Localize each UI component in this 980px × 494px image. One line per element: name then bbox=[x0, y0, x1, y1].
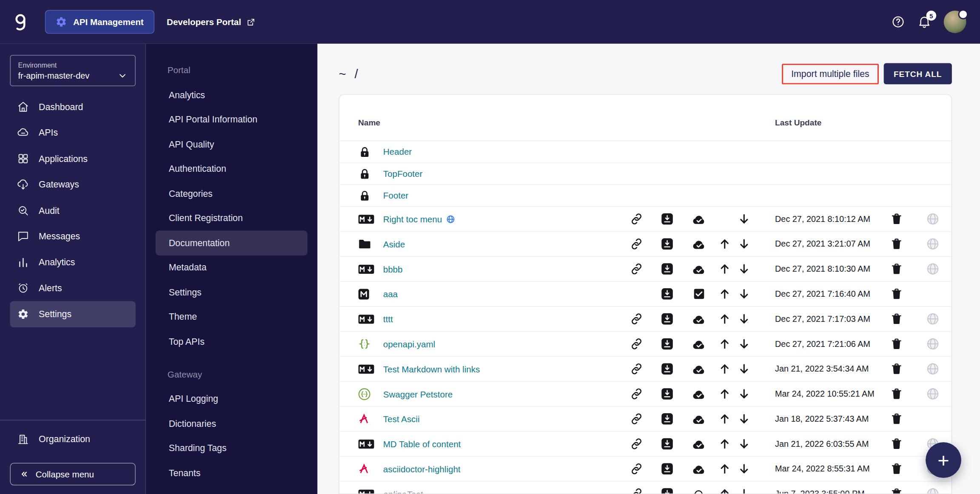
publish-status-button[interactable] bbox=[692, 488, 706, 494]
menu-item-tenants[interactable]: Tenants bbox=[156, 460, 308, 485]
import-multiple-files-button[interactable]: Import multiple files bbox=[782, 63, 879, 84]
delete-button[interactable] bbox=[891, 463, 902, 475]
move-down-button[interactable] bbox=[738, 463, 750, 475]
help-button[interactable] bbox=[891, 15, 905, 28]
page-name-link[interactable]: bbbb bbox=[383, 264, 403, 274]
sidebar-item-audit[interactable]: Audit bbox=[10, 197, 136, 223]
fetch-all-button[interactable]: FETCH ALL bbox=[884, 63, 952, 84]
move-up-button[interactable] bbox=[718, 313, 730, 325]
collapse-menu-button[interactable]: Collapse menu bbox=[10, 463, 136, 485]
move-up-button[interactable] bbox=[718, 338, 730, 350]
page-name-link[interactable]: Test Markdown with links bbox=[383, 364, 480, 374]
api-management-switcher[interactable]: API Management bbox=[45, 10, 154, 34]
save-page-button[interactable] bbox=[661, 213, 673, 225]
menu-item-dictionaries[interactable]: Dictionaries bbox=[156, 411, 308, 436]
menu-item-client-registration[interactable]: Client Registration bbox=[156, 206, 308, 230]
save-page-button[interactable] bbox=[661, 263, 673, 275]
sidebar-item-dashboard[interactable]: Dashboard bbox=[10, 94, 136, 119]
page-name-link[interactable]: MD Table of content bbox=[383, 439, 461, 449]
breadcrumb[interactable]: ~ / bbox=[339, 66, 360, 81]
visibility-globe-button[interactable] bbox=[926, 262, 939, 275]
delete-button[interactable] bbox=[891, 238, 902, 250]
delete-button[interactable] bbox=[891, 363, 902, 375]
move-down-button[interactable] bbox=[738, 488, 750, 494]
delete-button[interactable] bbox=[891, 413, 902, 425]
delete-button[interactable] bbox=[891, 438, 902, 450]
gravitee-logo-icon[interactable] bbox=[14, 13, 28, 31]
publish-status-button[interactable] bbox=[692, 363, 706, 374]
move-up-button[interactable] bbox=[718, 463, 730, 475]
page-link-button[interactable] bbox=[630, 487, 643, 494]
move-down-button[interactable] bbox=[738, 288, 750, 300]
page-name-link[interactable]: Footer bbox=[383, 190, 408, 201]
publish-status-button[interactable] bbox=[693, 289, 704, 299]
page-link-button[interactable] bbox=[630, 237, 643, 250]
menu-item-api-quality[interactable]: API Quality bbox=[156, 132, 308, 156]
page-name-link[interactable]: aaa bbox=[383, 289, 398, 299]
developers-portal-link[interactable]: Developers Portal bbox=[167, 17, 256, 27]
sidebar-item-analytics[interactable]: Analytics bbox=[10, 249, 136, 275]
menu-item-sharding-tags[interactable]: Sharding Tags bbox=[156, 436, 308, 460]
sidebar-item-applications[interactable]: Applications bbox=[10, 145, 136, 171]
move-down-button[interactable] bbox=[738, 238, 750, 250]
delete-button[interactable] bbox=[891, 488, 902, 494]
visibility-globe-button[interactable] bbox=[926, 237, 939, 250]
publish-status-button[interactable] bbox=[692, 238, 706, 250]
move-up-button[interactable] bbox=[718, 413, 730, 425]
save-page-button[interactable] bbox=[661, 388, 673, 400]
menu-item-theme[interactable]: Theme bbox=[156, 304, 308, 329]
delete-button[interactable] bbox=[891, 338, 902, 350]
delete-button[interactable] bbox=[891, 388, 902, 400]
move-up-button[interactable] bbox=[718, 488, 730, 494]
delete-button[interactable] bbox=[891, 213, 902, 225]
save-page-button[interactable] bbox=[661, 288, 673, 300]
page-link-button[interactable] bbox=[630, 437, 643, 451]
environment-selector[interactable]: Environment fr-apim-master-dev bbox=[10, 55, 136, 86]
save-page-button[interactable] bbox=[661, 438, 673, 450]
page-name-link[interactable]: Header bbox=[383, 147, 412, 157]
visibility-globe-button[interactable] bbox=[926, 387, 939, 400]
page-link-button[interactable] bbox=[630, 362, 643, 375]
sidebar-item-alerts[interactable]: Alerts bbox=[10, 275, 136, 301]
page-name-link[interactable]: tttt bbox=[383, 314, 393, 324]
menu-item-api-logging[interactable]: API Logging bbox=[156, 386, 308, 411]
page-name-link[interactable]: asciidoctor-highlight bbox=[383, 464, 461, 474]
publish-status-button[interactable] bbox=[692, 388, 706, 399]
menu-item-settings[interactable]: Settings bbox=[156, 280, 308, 304]
visibility-globe-button[interactable] bbox=[926, 362, 939, 375]
page-link-button[interactable] bbox=[630, 337, 643, 350]
delete-button[interactable] bbox=[891, 263, 902, 275]
menu-item-authentication[interactable]: Authentication bbox=[156, 156, 308, 181]
page-name-link[interactable]: openapi.yaml bbox=[383, 339, 435, 349]
sidebar-item-gateways[interactable]: Gateways bbox=[10, 171, 136, 197]
publish-status-button[interactable] bbox=[692, 263, 706, 274]
move-up-button[interactable] bbox=[718, 363, 730, 375]
publish-status-button[interactable] bbox=[692, 338, 706, 349]
page-link-button[interactable] bbox=[630, 387, 643, 400]
menu-item-metadata[interactable]: Metadata bbox=[156, 255, 308, 280]
sidebar-item-messages[interactable]: Messages bbox=[10, 223, 136, 249]
page-link-button[interactable] bbox=[630, 262, 643, 275]
publish-status-button[interactable] bbox=[692, 213, 706, 224]
visibility-globe-button[interactable] bbox=[926, 312, 939, 326]
move-up-button[interactable] bbox=[718, 238, 730, 250]
visibility-globe-button[interactable] bbox=[926, 487, 939, 494]
page-link-button[interactable] bbox=[630, 312, 643, 326]
move-down-button[interactable] bbox=[738, 213, 750, 225]
page-name-link[interactable]: onlineTest bbox=[383, 489, 423, 494]
publish-status-button[interactable] bbox=[692, 413, 706, 424]
menu-item-documentation[interactable]: Documentation bbox=[156, 230, 308, 255]
save-page-button[interactable] bbox=[661, 463, 673, 475]
page-name-link[interactable]: Swagger Petstore bbox=[383, 389, 453, 399]
move-up-button[interactable] bbox=[718, 263, 730, 275]
publish-status-button[interactable] bbox=[692, 438, 706, 449]
save-page-button[interactable] bbox=[661, 363, 673, 375]
page-link-button[interactable] bbox=[630, 213, 643, 226]
page-name-link[interactable]: Test Ascii bbox=[383, 414, 420, 424]
page-link-button[interactable] bbox=[630, 462, 643, 475]
save-page-button[interactable] bbox=[661, 238, 673, 250]
menu-item-api-portal-information[interactable]: API Portal Information bbox=[156, 107, 308, 132]
delete-button[interactable] bbox=[891, 288, 902, 300]
move-down-button[interactable] bbox=[738, 438, 750, 450]
visibility-globe-button[interactable] bbox=[926, 337, 939, 350]
